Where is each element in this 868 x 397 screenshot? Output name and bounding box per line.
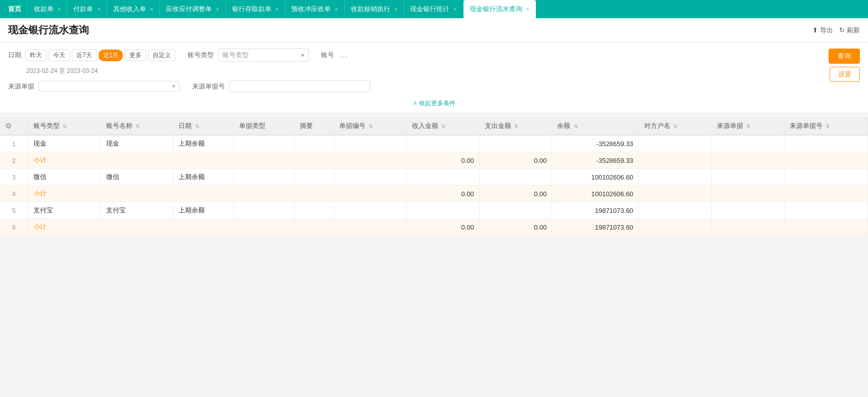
nav-tab-ar-adjust-close[interactable]: × (216, 6, 219, 12)
nav-tab-other-income-label: 其他收入单 (113, 5, 146, 14)
cell-expense (479, 202, 552, 219)
nav-tab-payments-close[interactable]: × (97, 6, 100, 12)
cell-summary (295, 186, 334, 202)
cell-expense: 0.00 (479, 152, 552, 169)
cell-expense: 0.00 (479, 186, 552, 202)
nav-tab-cash-bank-flow-close[interactable]: × (526, 6, 529, 12)
cell-source-doc (711, 135, 784, 152)
nav-tab-payments[interactable]: 付款单 × (67, 0, 107, 18)
col-source-doc-no[interactable]: 来源单据号 ⇅ (784, 117, 867, 135)
cell-row-num: 1 (0, 135, 28, 152)
cell-account-type: 小计 (28, 219, 101, 236)
cell-income (406, 169, 479, 186)
cell-date: 上期余额 (173, 202, 234, 219)
export-link[interactable]: ⬆ 导出 (812, 26, 833, 35)
cell-account-type: 现金 (28, 135, 101, 152)
nav-tab-cash-bank-flow[interactable]: 现金银行流水查询 × (464, 0, 536, 18)
cell-expense (479, 135, 552, 152)
cell-source-doc-no (784, 219, 867, 236)
export-label: 导出 (820, 26, 833, 35)
nav-tab-cash-bank-stats-close[interactable]: × (453, 6, 456, 12)
col-date[interactable]: 日期 ⇅ (173, 117, 234, 135)
date-btn-custom[interactable]: 自定义 (148, 50, 175, 61)
collapse-bar[interactable]: ∧ 收起更多条件 (8, 97, 860, 109)
col-settings[interactable]: ⚙ (0, 117, 28, 135)
col-source-doc[interactable]: 来源单据 ⇅ (711, 117, 784, 135)
cell-doc-no (334, 152, 406, 169)
sort-icon-income: ⇅ (441, 123, 445, 129)
col-account-name[interactable]: 账号名称 ⇅ (101, 117, 173, 135)
nav-tab-prepay-offset-close[interactable]: × (335, 6, 338, 12)
filter-area: 日期 昨天 今天 近7天 近1月 更多 自定义 账号类型 账号类型 (0, 42, 868, 113)
collapse-label: ∧ 收起更多条件 (413, 100, 455, 107)
nav-tab-prepay-offset[interactable]: 预收冲应收单 × (285, 0, 344, 18)
nav-tab-other-income[interactable]: 其他收入单 × (107, 0, 160, 18)
cell-source-doc (711, 186, 784, 202)
nav-tab-cash-bank-stats[interactable]: 现金银行统计 × (404, 0, 463, 18)
nav-tab-bank-deposit[interactable]: 银行存取款单 × (226, 0, 285, 18)
date-btn-yesterday[interactable]: 昨天 (25, 50, 47, 61)
cell-balance: 19871073.60 (552, 202, 638, 219)
nav-tab-collect-verify-close[interactable]: × (394, 6, 397, 12)
cell-account-type: 小计 (28, 186, 101, 202)
account-type-select[interactable]: 账号类型 ▾ (218, 49, 309, 62)
cell-account-name (101, 219, 173, 236)
source-doc-no-label: 来源单据号 (192, 82, 225, 91)
col-doc-no[interactable]: 单据编号 ⇅ (334, 117, 406, 135)
col-counterpart[interactable]: 对方户名 ⇅ (638, 117, 711, 135)
refresh-label: 刷新 (847, 26, 860, 35)
account-type-label: 账号类型 (188, 51, 214, 60)
sort-icon-counterpart: ⇅ (673, 123, 677, 129)
source-doc-no-input[interactable] (229, 80, 371, 92)
cell-counterpart (638, 202, 711, 219)
cell-doc-no (334, 202, 406, 219)
refresh-link[interactable]: ↻ 刷新 (839, 26, 860, 35)
cell-income (406, 135, 479, 152)
col-expense[interactable]: 支出金额 ⇅ (479, 117, 552, 135)
query-button[interactable]: 查询 (829, 49, 860, 64)
cell-summary (295, 219, 334, 236)
sort-icon-source-doc: ⇅ (746, 123, 750, 129)
nav-tab-other-income-close[interactable]: × (150, 6, 153, 12)
cell-doc-type (234, 169, 295, 186)
cell-source-doc (711, 152, 784, 169)
date-filter-group: 日期 昨天 今天 近7天 近1月 更多 自定义 (8, 50, 175, 61)
cell-doc-no (334, 135, 406, 152)
settings-button[interactable]: 设置 (830, 67, 860, 82)
nav-tab-ar-adjust-label: 应收应付调整单 (166, 5, 212, 14)
nav-tab-ar-adjust[interactable]: 应收应付调整单 × (160, 0, 225, 18)
date-btn-more[interactable]: 更多 (125, 50, 146, 61)
table-header-row: ⚙ 账号类型 ⇅ 账号名称 ⇅ 日期 ⇅ 单据类型 摘要 单据编号 ⇅ 收入金额… (0, 117, 868, 135)
refresh-icon: ↻ (839, 26, 845, 34)
account-dots-link[interactable]: ... (338, 51, 348, 60)
date-btn-1month[interactable]: 近1月 (99, 50, 123, 61)
cell-row-num: 6 (0, 219, 28, 236)
cell-row-num: 4 (0, 186, 28, 202)
nav-tab-prepay-offset-label: 预收冲应收单 (291, 5, 331, 14)
nav-tab-receipts[interactable]: 收款单 × (28, 0, 67, 18)
date-btn-7days[interactable]: 近7天 (72, 50, 97, 61)
col-income[interactable]: 收入金额 ⇅ (406, 117, 479, 135)
date-btn-today[interactable]: 今天 (49, 50, 70, 61)
table-settings-icon[interactable]: ⚙ (5, 121, 12, 130)
nav-tab-cash-bank-flow-label: 现金银行流水查询 (470, 5, 522, 14)
cell-row-num: 2 (0, 152, 28, 169)
col-doc-type: 单据类型 (234, 117, 295, 135)
sort-icon-doc-no: ⇅ (369, 123, 373, 129)
cell-row-num: 3 (0, 169, 28, 186)
cell-balance: 19871073.60 (552, 219, 638, 236)
date-buttons: 昨天 今天 近7天 近1月 更多 自定义 (25, 50, 175, 61)
source-doc-select[interactable]: ▾ (38, 81, 180, 92)
sort-icon-expense: ⇅ (514, 123, 518, 129)
table-row: 6小计0.000.0019871073.60 (0, 219, 868, 236)
account-filter-group: 账号 ... (321, 51, 348, 60)
table-row: 2小计0.000.00-3528659.33 (0, 152, 868, 169)
col-balance[interactable]: 余额 ⇅ (552, 117, 638, 135)
nav-tab-home[interactable]: 首页 (2, 0, 28, 18)
nav-tab-collect-verify[interactable]: 收款核销执行 × (345, 0, 404, 18)
source-doc-chevron-icon: ▾ (172, 83, 175, 90)
nav-tab-receipts-close[interactable]: × (58, 6, 61, 12)
col-account-type[interactable]: 账号类型 ⇅ (28, 117, 101, 135)
cell-source-doc-no (784, 169, 867, 186)
nav-tab-bank-deposit-close[interactable]: × (276, 6, 279, 12)
